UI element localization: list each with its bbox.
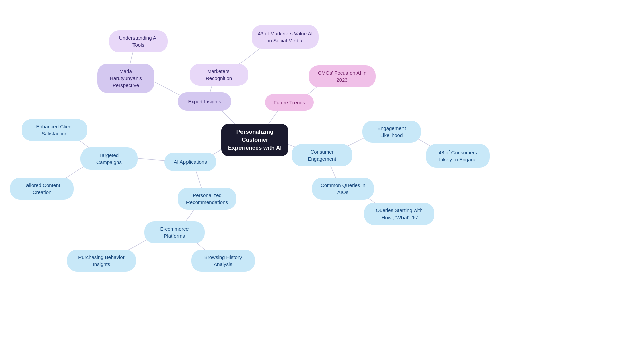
node-enhanced_client: Enhanced Client Satisfaction xyxy=(22,119,87,141)
node-queries_starting: Queries Starting with 'How', 'What', 'Is… xyxy=(364,203,434,225)
node-maria: Maria Harutyunyan's Perspective xyxy=(97,64,154,93)
node-ecommerce: E-commerce Platforms xyxy=(144,221,205,243)
node-personalized_recs: Personalized Recommendations xyxy=(178,188,236,210)
node-marketers_recognition: Marketers' Recognition xyxy=(190,64,248,86)
node-engagement_likelihood: Engagement Likelihood xyxy=(362,121,421,143)
node-cmos_focus: CMOs' Focus on AI in 2023 xyxy=(309,65,376,87)
node-48_consumers: 48 of Consumers Likely to Engage xyxy=(426,144,490,168)
node-targeted_campaigns: Targeted Campaigns xyxy=(80,147,138,170)
node-center: Personalizing Customer Experiences with … xyxy=(221,124,288,156)
node-understanding_ai: Understanding AI Tools xyxy=(109,30,168,52)
node-browsing_history: Browsing History Analysis xyxy=(191,250,255,272)
node-future_trends: Future Trends xyxy=(265,94,314,111)
node-43_marketers: 43 of Marketers Value AI in Social Media xyxy=(252,25,319,49)
node-expert_insights: Expert Insights xyxy=(178,92,231,111)
node-ai_applications: AI Applications xyxy=(164,153,216,171)
node-consumer_engagement: Consumer Engagement xyxy=(292,144,352,166)
node-purchasing_behavior: Purchasing Behavior Insights xyxy=(67,250,136,272)
node-common_queries: Common Queries in AIOs xyxy=(312,178,374,200)
mindmap-container: Personalizing Customer Experiences with … xyxy=(0,0,644,363)
node-tailored_content: Tailored Content Creation xyxy=(10,178,74,200)
